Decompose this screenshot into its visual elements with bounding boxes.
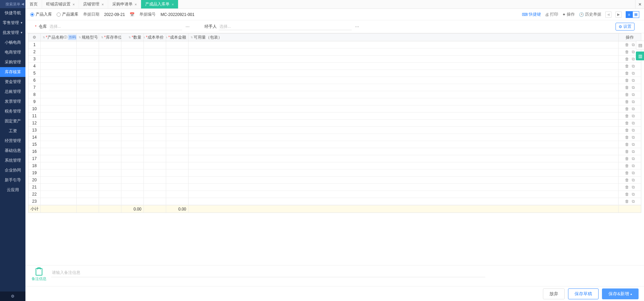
table-row[interactable]: 16🗑⧉ [28,148,641,155]
sidebar-item-18[interactable]: 云应用 [0,185,25,195]
cell-unit[interactable] [99,98,121,105]
copy-row-icon[interactable]: ⧉ [632,106,635,111]
cell-qty[interactable] [121,127,144,134]
copy-row-icon[interactable]: ⧉ [632,85,635,90]
cell-avail[interactable] [189,48,619,55]
copy-row-icon[interactable]: ⧉ [632,170,635,175]
copy-row-icon[interactable]: ⧉ [632,135,635,140]
copy-row-icon[interactable]: ⧉ [632,178,635,182]
cell-unit[interactable] [99,120,121,126]
copy-row-icon[interactable]: ⧉ [632,114,635,118]
cell-price[interactable] [144,77,166,84]
delete-row-icon[interactable]: 🗑 [625,199,629,204]
table-row[interactable]: 17🗑⧉ [28,155,641,162]
operate-link[interactable]: ✦操作 [562,12,575,17]
cell-price[interactable] [144,70,166,77]
sidebar-item-3[interactable]: 小畅电商 [0,38,25,47]
cell-amount[interactable] [166,134,189,141]
cell-name[interactable] [41,141,77,148]
cell-unit[interactable] [99,41,121,48]
cell-unit[interactable] [99,177,121,183]
warehouse-input[interactable] [49,23,182,30]
copy-row-icon[interactable]: ⧉ [632,64,635,68]
sidebar-item-10[interactable]: 税务管理 [0,106,25,116]
delete-row-icon[interactable]: 🗑 [625,57,629,61]
sidebar-item-15[interactable]: 系统管理 [0,156,25,165]
cell-spec[interactable] [77,63,99,69]
cell-spec[interactable] [77,191,99,198]
cell-spec[interactable] [77,120,99,126]
date-value[interactable]: 2022-09-21 [104,12,125,17]
cell-name[interactable] [41,84,77,91]
cell-name[interactable] [41,148,77,155]
calendar-icon[interactable]: 📅 [130,12,135,17]
sidebar-item-12[interactable]: 工资 [0,126,25,136]
rail-btn-2[interactable]: ▥ [636,52,644,60]
cell-avail[interactable] [189,56,619,62]
cell-avail[interactable] [189,84,619,91]
sidebar-item-11[interactable]: 固定资产 [0,116,25,126]
cell-amount[interactable] [166,63,189,69]
table-row[interactable]: 10🗑⧉ [28,105,641,113]
cell-price[interactable] [144,84,166,91]
cell-qty[interactable] [121,148,144,155]
table-row[interactable]: 21🗑⧉ [28,184,641,191]
tab-2[interactable]: 店铺管理× [79,0,108,8]
table-row[interactable]: 19🗑⧉ [28,169,641,177]
cell-spec[interactable] [77,91,99,98]
sidebar-item-17[interactable]: 新手引导 [0,175,25,185]
close-icon[interactable]: × [73,2,75,6]
cell-unit[interactable] [99,113,121,119]
history-link[interactable]: 🕑历史单据 [579,12,601,17]
delete-row-icon[interactable]: 🗑 [625,114,629,118]
cell-price[interactable] [144,48,166,55]
settings-button[interactable]: ⚙ 设置 [616,23,635,31]
cell-spec[interactable] [77,56,99,62]
delete-row-icon[interactable]: 🗑 [625,128,629,133]
cell-unit[interactable] [99,198,121,205]
cell-amount[interactable] [166,91,189,98]
cell-amount[interactable] [166,84,189,91]
copy-row-icon[interactable]: ⧉ [632,149,635,154]
cell-name[interactable] [41,155,77,162]
cell-amount[interactable] [166,77,189,84]
cell-avail[interactable] [189,198,619,205]
cell-qty[interactable] [121,191,144,198]
cell-unit[interactable] [99,148,121,155]
copy-row-icon[interactable]: ⧉ [632,57,635,61]
cell-amount[interactable] [166,177,189,183]
col-spec[interactable]: ⇅规格型号 [77,34,99,41]
cell-name[interactable] [41,127,77,134]
cell-qty[interactable] [121,63,144,69]
col-product-name[interactable]: ⇅*产品名称ⓘ扫码录入 [41,34,77,41]
cell-unit[interactable] [99,127,121,134]
cell-name[interactable] [41,56,77,62]
delete-row-icon[interactable]: 🗑 [625,78,629,83]
delete-row-icon[interactable]: 🗑 [625,156,629,161]
cell-price[interactable] [144,91,166,98]
cell-price[interactable] [144,113,166,119]
cell-avail[interactable] [189,155,619,162]
cell-qty[interactable] [121,48,144,55]
cell-amount[interactable] [166,120,189,126]
copy-row-icon[interactable]: ⧉ [632,142,635,147]
cell-avail[interactable] [189,148,619,155]
col-amount[interactable]: ⇅*成本金额 [166,34,189,41]
cell-name[interactable] [41,63,77,69]
sidebar-item-4[interactable]: 电商管理 [0,47,25,57]
cell-name[interactable] [41,70,77,77]
cell-amount[interactable] [166,169,189,176]
cell-qty[interactable] [121,169,144,176]
handler-lookup-icon[interactable]: ⋯ [354,24,360,29]
cell-qty[interactable] [121,41,144,48]
sidebar-item-13[interactable]: 经营管理 [0,136,25,146]
shortcut-link[interactable]: ⌨快捷键 [522,12,541,17]
table-row[interactable]: 18🗑⧉ [28,162,641,169]
table-row[interactable]: 6🗑⧉ [28,77,641,84]
sidebar-search[interactable]: 搜索菜单 ◀ [0,0,25,8]
table-row[interactable]: 13🗑⧉ [28,127,641,134]
cell-avail[interactable] [189,134,619,141]
table-row[interactable]: 23🗑⧉ [28,198,641,205]
cell-spec[interactable] [77,105,99,112]
cell-unit[interactable] [99,77,121,84]
